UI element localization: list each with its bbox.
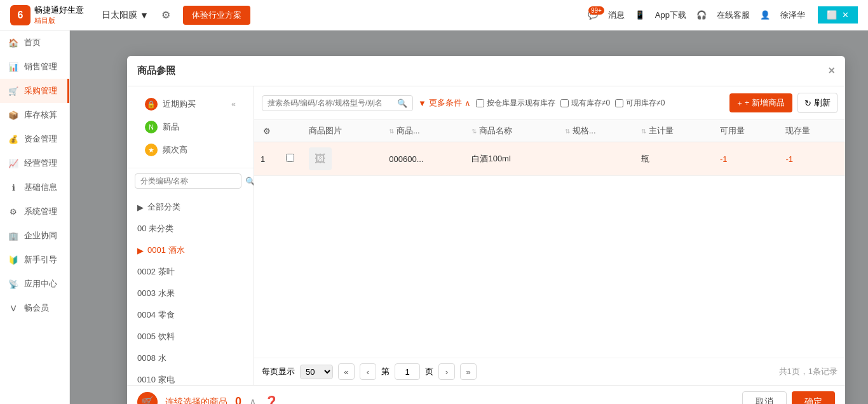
sidebar-item-member[interactable]: V 畅会员 — [0, 296, 69, 320]
username-label[interactable]: 徐泽华 — [780, 10, 805, 21]
category-search-input[interactable] — [135, 173, 241, 189]
system-icon: ⚙ — [8, 206, 19, 217]
sidebar-item-info[interactable]: ℹ 基础信息 — [0, 175, 69, 199]
td-image: 🖼 — [302, 142, 383, 176]
category-all[interactable]: ▶ 全部分类 — [127, 196, 254, 218]
category-0003[interactable]: 0003 水果 — [127, 283, 254, 304]
sidebar-label-home: 首页 — [24, 37, 41, 48]
th-code: ⇅ 商品... — [383, 120, 465, 142]
prev-page-btn[interactable]: ‹ — [360, 363, 376, 380]
confirm-btn[interactable]: 确定 — [792, 391, 835, 405]
sort-code-icon[interactable]: ⇅ — [389, 128, 394, 135]
sidebar-item-home[interactable]: 🏠 首页 — [0, 30, 69, 55]
quick-label-frequent: 频次高 — [163, 144, 187, 156]
sidebar-item-guide[interactable]: 🔰 新手引导 — [0, 248, 69, 272]
product-search-box: 🔍 — [262, 95, 413, 111]
th-unit-label: 主计量 — [649, 126, 674, 135]
sidebar-item-inventory[interactable]: 📦 库存核算 — [0, 103, 69, 127]
sort-spec-icon[interactable]: ⇅ — [565, 128, 570, 135]
help-icon[interactable]: ❓ — [264, 395, 278, 405]
refresh-btn[interactable]: ↻ 刷新 — [797, 93, 837, 113]
category-0002[interactable]: 0002 茶叶 — [127, 261, 254, 283]
purchase-icon: 🛒 — [8, 85, 19, 97]
collapse-recent-icon[interactable]: « — [231, 100, 236, 109]
cart-icon[interactable]: 🛒 — [137, 392, 158, 405]
trial-btn[interactable]: 体验行业方案 — [183, 6, 250, 25]
sort-unit-icon[interactable]: ⇅ — [641, 128, 646, 135]
table-row[interactable]: 1 🖼 000600... — [254, 142, 845, 176]
expand-icon[interactable]: ⬜ — [827, 10, 837, 20]
category-0001-label: 0001 酒水 — [147, 245, 185, 256]
modal-close-btn[interactable]: × — [828, 64, 835, 77]
category-search-icon[interactable]: 🔍 — [245, 177, 254, 186]
add-btn-label: + 新增商品 — [745, 97, 785, 109]
sidebar-item-sales[interactable]: 📊 销售管理 — [0, 55, 69, 79]
th-stock-label: 现存量 — [785, 126, 810, 135]
sidebar-label-apps: 应用中心 — [24, 278, 57, 290]
product-search-input[interactable] — [268, 98, 395, 107]
td-spec — [559, 142, 635, 176]
app-download-icon: 📱 — [635, 10, 645, 20]
quick-new[interactable]: N 新品 — [135, 116, 246, 138]
gear-icon[interactable]: ⚙ — [161, 9, 170, 21]
add-product-btn[interactable]: + + 新增商品 — [729, 93, 792, 112]
td-check[interactable] — [280, 142, 302, 176]
last-page-btn[interactable]: » — [460, 363, 477, 380]
th-available-label: 可用量 — [720, 126, 745, 135]
product-stock: -1 — [785, 154, 793, 164]
checkbox-warehouse-stock[interactable]: 按仓库显示现有库存 — [476, 98, 555, 109]
cancel-btn[interactable]: 取消 — [742, 391, 787, 405]
page-size-select[interactable]: 50 20 100 — [300, 365, 333, 379]
frequent-icon: ★ — [145, 144, 158, 156]
category-0008[interactable]: 0008 水 — [127, 347, 254, 369]
th-available: 可用量 — [714, 120, 779, 142]
collapse-up-icon[interactable]: ∧ — [249, 396, 257, 404]
logo-area: 6 畅捷通好生意 精目版 — [10, 4, 84, 25]
category-00-label: 00 未分类 — [137, 223, 173, 234]
message-badge: 99+ — [588, 6, 604, 15]
recent-purchase-icon: 🔒 — [145, 98, 158, 111]
nonzero-stock-checkbox[interactable] — [560, 99, 569, 107]
sidebar-item-finance[interactable]: 💰 资金管理 — [0, 127, 69, 151]
checkbox-nonzero-stock[interactable]: 现有库存≠0 — [560, 98, 610, 109]
sidebar-item-system[interactable]: ⚙ 系统管理 — [0, 199, 69, 224]
first-page-btn[interactable]: « — [338, 363, 355, 380]
category-0004[interactable]: 0004 零食 — [127, 304, 254, 326]
app-download-label[interactable]: App下载 — [655, 10, 686, 21]
product-search-icon[interactable]: 🔍 — [397, 98, 407, 108]
td-stock: -1 — [779, 142, 845, 176]
page-input[interactable] — [395, 363, 420, 380]
category-00[interactable]: 00 未分类 — [127, 218, 254, 239]
filter-btn[interactable]: ▼ 更多条件 ∧ — [418, 97, 471, 109]
sidebar-item-enterprise[interactable]: 🏢 企业协同 — [0, 224, 69, 248]
quick-recent-purchase[interactable]: 🔒 近期购买 « — [135, 93, 246, 116]
sort-name-icon[interactable]: ⇅ — [471, 128, 477, 135]
category-0001[interactable]: ▶ 0001 酒水 — [127, 239, 254, 261]
th-image-label: 商品图片 — [309, 126, 342, 135]
available-stock-label: 可用库存≠0 — [626, 98, 665, 109]
home-icon: 🏠 — [8, 37, 19, 48]
refresh-icon: ↻ — [804, 98, 811, 108]
sidebar-label-purchase: 采购管理 — [24, 85, 57, 97]
business-icon: 📈 — [8, 158, 19, 169]
category-0005[interactable]: 0005 饮料 — [127, 326, 254, 347]
product-table: ⚙ 商品图片 ⇅ 商品... ⇅ — [254, 120, 845, 176]
checkbox-available-stock[interactable]: 可用库存≠0 — [615, 98, 665, 109]
warehouse-stock-checkbox[interactable] — [476, 99, 484, 107]
quick-frequent[interactable]: ★ 频次高 — [135, 138, 246, 161]
next-page-btn[interactable]: › — [438, 363, 455, 380]
th-settings[interactable]: ⚙ — [254, 120, 280, 142]
online-service-label[interactable]: 在线客服 — [717, 10, 750, 21]
refresh-label: 刷新 — [814, 97, 831, 109]
close-icon[interactable]: ✕ — [842, 10, 849, 20]
sidebar-item-purchase[interactable]: 🛒 采购管理 — [0, 79, 69, 103]
modal-body: 🔒 近期购买 « N 新品 ★ 频次高 🔍 — [127, 86, 845, 385]
message-label[interactable]: 消息 — [608, 10, 625, 21]
nav-dropdown[interactable]: 日太阳膜 ▼ — [97, 0, 154, 30]
sidebar-item-apps[interactable]: 📡 应用中心 — [0, 272, 69, 296]
message-icon-wrap[interactable]: 💬 99+ — [588, 10, 598, 20]
sidebar-item-business[interactable]: 📈 经营管理 — [0, 151, 69, 175]
category-0010[interactable]: 0010 家电 — [127, 369, 254, 385]
available-stock-checkbox[interactable] — [615, 99, 623, 107]
row-checkbox[interactable] — [286, 154, 294, 162]
